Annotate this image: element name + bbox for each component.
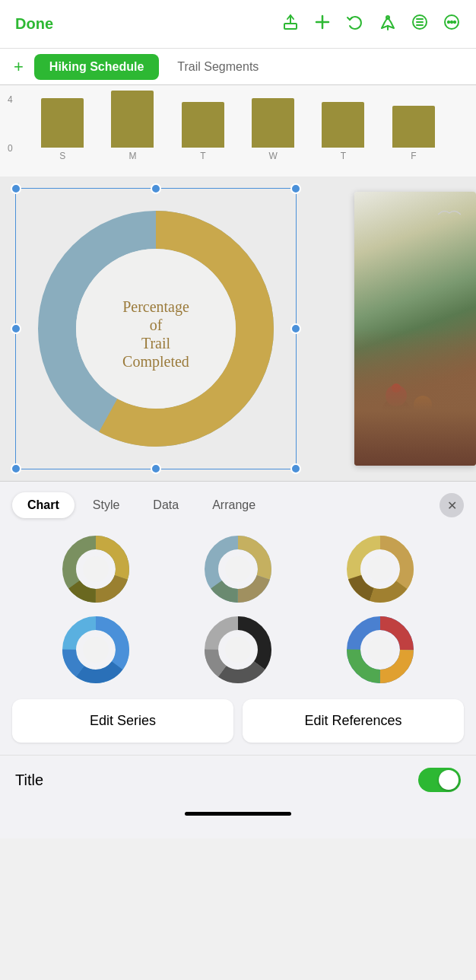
svg-point-44: [225, 637, 251, 663]
handle-bl[interactable]: [11, 463, 21, 474]
bar-label-t1: T: [200, 151, 205, 161]
y-label-4: 4: [8, 94, 13, 105]
edit-buttons-row: Edit Series Edit References: [0, 699, 476, 743]
bar-label-s: S: [59, 151, 65, 161]
svg-point-11: [448, 21, 449, 22]
tab-arrange[interactable]: Arrange: [197, 492, 271, 518]
tab-data[interactable]: Data: [138, 492, 194, 518]
pin-icon[interactable]: [379, 13, 397, 36]
close-icon: ✕: [447, 498, 457, 513]
toolbar: Done: [0, 0, 476, 49]
bar-col-w: W: [252, 98, 294, 161]
style-option-2[interactable]: [173, 535, 303, 603]
title-row: Title: [0, 755, 476, 804]
close-panel-button[interactable]: ✕: [440, 493, 464, 517]
bird-silhouette: [438, 207, 461, 222]
svg-point-19: [392, 383, 401, 393]
handle-br[interactable]: [290, 463, 301, 474]
donut-text-line4: Completed: [122, 353, 189, 371]
svg-point-24: [83, 556, 109, 582]
bar-col-f: F: [392, 106, 435, 161]
bar-col-t2: T: [322, 102, 364, 161]
svg-point-12: [451, 21, 452, 22]
bar-col-t1: T: [182, 102, 224, 161]
photo-image: [354, 192, 476, 466]
handle-tr[interactable]: [290, 183, 301, 194]
bar-col-m: M: [111, 91, 154, 161]
donut-text-line2: of: [150, 317, 163, 333]
svg-point-18: [414, 396, 432, 414]
donut-text-line3: Trail: [141, 335, 171, 352]
style-option-3[interactable]: [316, 535, 446, 603]
handle-tl[interactable]: [11, 183, 21, 194]
bar-m: [111, 91, 154, 148]
add-sheet-button[interactable]: +: [6, 51, 31, 83]
svg-rect-0: [284, 24, 297, 29]
svg-point-49: [367, 637, 393, 663]
more-icon[interactable]: [443, 13, 461, 36]
donut-text-line1: Percentage: [122, 298, 189, 316]
bar-col-s: S: [41, 98, 84, 161]
toggle-knob: [439, 770, 459, 790]
svg-point-34: [367, 556, 393, 582]
undo-icon[interactable]: [345, 12, 365, 37]
svg-point-16: [386, 385, 407, 406]
home-bar: [185, 812, 291, 816]
bar-t1: [182, 102, 224, 148]
style-option-1[interactable]: [30, 535, 160, 603]
upload-icon[interactable]: [281, 13, 300, 36]
bar-label-m: M: [129, 151, 136, 161]
edit-references-button[interactable]: Edit References: [243, 699, 464, 743]
style-options-grid: [0, 529, 476, 699]
bar-t2: [322, 102, 364, 148]
svg-point-15: [379, 397, 413, 443]
bar-chart-area: S M T W T F 4 0: [0, 85, 476, 177]
handle-bc[interactable]: [151, 463, 161, 474]
svg-point-17: [409, 405, 436, 443]
svg-point-39: [83, 637, 109, 663]
photo-thumbnail: [354, 192, 476, 466]
handle-mr[interactable]: [290, 323, 301, 334]
donut-chart-container[interactable]: Percentage of Trail Completed: [15, 188, 297, 469]
bar-chart-content: S M T W T F: [12, 100, 464, 161]
tab-chart[interactable]: Chart: [12, 492, 75, 518]
bar-w: [252, 98, 294, 148]
donut-svg-wrap: Percentage of Trail Completed: [16, 189, 296, 469]
handle-tc[interactable]: [151, 183, 161, 194]
add-icon[interactable]: [313, 13, 332, 36]
tab-hiking-schedule[interactable]: Hiking Schedule: [34, 54, 159, 80]
bar-label-t2: T: [341, 151, 346, 161]
handle-ml[interactable]: [11, 323, 21, 334]
toolbar-icons: [281, 12, 461, 37]
edit-series-button[interactable]: Edit Series: [12, 699, 233, 743]
style-option-4[interactable]: [30, 616, 160, 684]
align-icon[interactable]: [411, 13, 429, 36]
bar-label-f: F: [411, 151, 416, 161]
svg-point-29: [225, 556, 251, 582]
style-option-5[interactable]: [173, 616, 303, 684]
svg-point-14: [354, 435, 476, 466]
y-label-0: 0: [8, 143, 13, 154]
title-toggle[interactable]: [418, 768, 461, 792]
style-option-6[interactable]: [316, 616, 446, 684]
tab-trail-segments[interactable]: Trail Segments: [162, 54, 274, 80]
home-indicator: [0, 804, 476, 823]
done-button[interactable]: Done: [15, 15, 53, 33]
people-silhouette: [354, 374, 476, 466]
tab-bar: + Hiking Schedule Trail Segments: [0, 49, 476, 85]
bar-s: [41, 98, 84, 148]
tab-style[interactable]: Style: [78, 492, 135, 518]
bottom-panel: Chart Style Data Arrange ✕: [0, 481, 476, 838]
bar-label-w: W: [268, 151, 277, 161]
svg-point-13: [454, 21, 455, 22]
chart-tab-bar: Chart Style Data Arrange ✕: [0, 482, 476, 529]
title-label: Title: [15, 772, 418, 789]
donut-svg: Percentage of Trail Completed: [27, 199, 285, 458]
bar-f: [392, 106, 435, 148]
canvas-area: Percentage of Trail Completed: [0, 177, 476, 481]
